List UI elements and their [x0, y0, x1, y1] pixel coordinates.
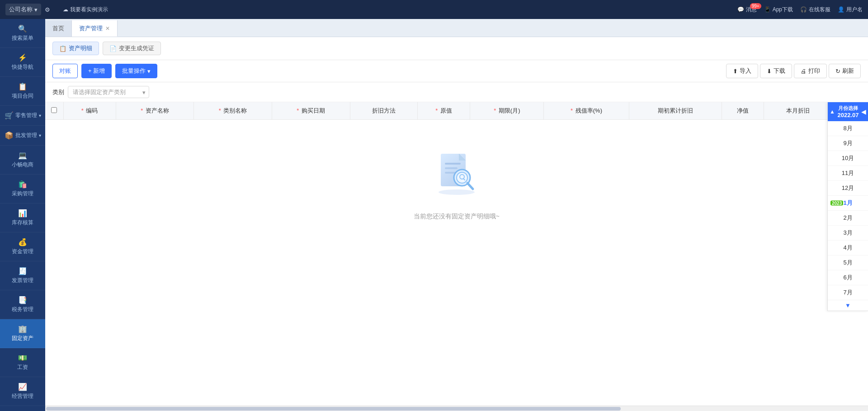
message-badge: 99+	[750, 3, 761, 9]
th-category: * 类别名称	[194, 102, 272, 120]
horizontal-scrollbar[interactable]	[45, 406, 868, 411]
project-icon: 📋	[18, 82, 27, 91]
print-button[interactable]: 🖨 打印	[794, 64, 827, 78]
tab-home[interactable]: 首页	[45, 20, 72, 37]
asset-detail-icon: 📋	[59, 45, 66, 52]
table-header-row: * 编码 * 资产名称 * 类别名称	[45, 102, 868, 120]
th-code: * 编码	[63, 102, 116, 120]
month-item-4[interactable]: 4月	[828, 241, 868, 255]
sidebar-item-retail[interactable]: 🛒 零售管理 ▾	[0, 106, 45, 126]
company-selector[interactable]: 公司名称 ▾	[5, 4, 41, 15]
month-item-5[interactable]: 5月	[828, 255, 868, 270]
month-item-12[interactable]: 12月	[828, 181, 868, 196]
message-button[interactable]: 💬 消息 99+	[737, 6, 757, 14]
add-button[interactable]: + 新增	[81, 64, 112, 78]
month-item-7[interactable]: 7月	[828, 285, 868, 300]
sidebar-item-finance[interactable]: 💰 资金管理	[0, 232, 45, 261]
sidebar-item-label: 发票管理	[12, 277, 33, 284]
sidebar-item-quick-nav[interactable]: ⚡ 快捷导航	[0, 48, 45, 77]
year-badge: 2023	[830, 201, 843, 206]
download-icon: ⬇	[767, 68, 772, 75]
refresh-button[interactable]: ↻ 刷新	[829, 64, 861, 78]
sidebar-item-inventory[interactable]: 📊 库存核算	[0, 203, 45, 232]
month-panel-prev-icon[interactable]: ▲	[830, 109, 835, 115]
th-accumulated: 期初累计折旧	[629, 102, 722, 120]
month-nav-down[interactable]: ▼	[828, 300, 868, 311]
empty-row: 当前您还没有固定资产明细哦~	[45, 120, 868, 248]
batch-button[interactable]: 批量操作 ▾	[115, 64, 157, 78]
sidebar-item-tax[interactable]: 📑 税务管理	[0, 290, 45, 319]
month-panel-header[interactable]: ▲ 月份选择 2022.07 ◀	[828, 102, 868, 121]
action-buttons: ⬆ 导入 ⬇ 下载 🖨 打印 ↻ 刷新	[726, 64, 861, 78]
month-item-9[interactable]: 9月	[828, 136, 868, 151]
category-select-wrapper: 请选择固定资产类别 ▾	[68, 86, 149, 98]
th-period: * 期限(月)	[470, 102, 544, 120]
month-item-10[interactable]: 10月	[828, 151, 868, 166]
sidebar-item-ecommerce[interactable]: 💻 小畅电商	[0, 146, 45, 175]
chevron-down-icon: ▾	[39, 133, 41, 138]
invoice-icon: 🧾	[18, 267, 27, 275]
top-bar: 公司名称 ▾ ⚙ ☁ 我要看实例演示 💬 消息 99+ 📱 App下载 🎧 在线…	[0, 0, 868, 19]
sub-tab-asset-detail[interactable]: 📋 资产明细	[52, 42, 99, 55]
app-download-button[interactable]: 📱 App下载	[764, 6, 793, 14]
svg-rect-4	[445, 167, 458, 169]
tab-bar: 首页 资产管理 ✕	[45, 19, 868, 37]
sidebar-item-label: 固定资产	[12, 335, 33, 342]
sidebar-item-invoice[interactable]: 🧾 发票管理	[0, 261, 45, 290]
sidebar-item-fixed-assets[interactable]: 🏢 固定资产	[0, 319, 45, 348]
demo-link[interactable]: ☁ 我要看实例演示	[63, 6, 108, 14]
select-all-checkbox[interactable]	[51, 107, 57, 113]
tab-close-icon[interactable]: ✕	[105, 25, 110, 32]
month-item-1-2023[interactable]: 2023 1月	[828, 196, 868, 211]
import-icon: ⬆	[733, 68, 738, 75]
month-item-11[interactable]: 11月	[828, 166, 868, 181]
sidebar-item-label: 零售管理	[15, 112, 37, 119]
month-item-2[interactable]: 2月	[828, 211, 868, 226]
wholesale-icon: 📦	[5, 131, 14, 140]
sub-tab-change-voucher[interactable]: 📄 变更生成凭证	[103, 42, 161, 55]
category-select[interactable]: 请选择固定资产类别	[68, 86, 149, 98]
sidebar-item-label: 项目合同	[12, 92, 33, 100]
month-item-8[interactable]: 8月	[828, 121, 868, 136]
month-panel-expand-icon[interactable]: ◀	[861, 108, 866, 115]
settings-icon[interactable]: ⚙	[45, 6, 50, 13]
sidebar-item-operation[interactable]: 📈 经营管理	[0, 377, 45, 406]
sidebar-item-ledger[interactable]: 📒 总账管理	[0, 406, 45, 411]
th-net-value: 净值	[722, 102, 764, 120]
scrollbar-thumb[interactable]	[46, 407, 621, 411]
inventory-icon: 📊	[18, 209, 27, 217]
import-button[interactable]: ⬆ 导入	[726, 64, 758, 78]
main-layout: 🔍 搜索菜单 ⚡ 快捷导航 📋 项目合同 🛒 零售管理 ▾ 📦 批发管理 ▾ 💻…	[0, 19, 868, 411]
sidebar-item-purchase[interactable]: 🛍️ 采购管理	[0, 175, 45, 203]
empty-state: 当前您还没有固定资产明细哦~	[45, 120, 868, 248]
online-service-button[interactable]: 🎧 在线客服	[800, 6, 830, 14]
sidebar-item-project[interactable]: 📋 项目合同	[0, 77, 45, 106]
month-item-6[interactable]: 6月	[828, 270, 868, 285]
tax-icon: 📑	[18, 296, 27, 304]
th-monthly-depreciation: 本月折旧	[764, 102, 832, 120]
dropdown-arrow-icon: ▾	[34, 6, 38, 13]
sidebar-item-wholesale[interactable]: 📦 批发管理 ▾	[0, 126, 45, 146]
month-panel: ▲ 月份选择 2022.07 ◀ 8月 9月 10月	[827, 102, 868, 311]
month-panel-title: 月份选择 2022.07	[837, 105, 859, 118]
sidebar-item-label: 经营管理	[12, 392, 33, 400]
salary-icon: 💵	[18, 354, 27, 362]
download-button[interactable]: ⬇ 下载	[760, 64, 792, 78]
month-item-3[interactable]: 3月	[828, 226, 868, 241]
svg-point-7	[457, 172, 467, 183]
sub-tab-bar: 📋 资产明细 📄 变更生成凭证	[45, 37, 868, 60]
user-avatar[interactable]: 👤 用户名	[838, 6, 863, 14]
avatar: 👤	[838, 6, 844, 13]
table-container: * 编码 * 资产名称 * 类别名称	[45, 102, 868, 406]
headset-icon: 🎧	[800, 6, 807, 13]
sidebar-item-search[interactable]: 🔍 搜索菜单	[0, 19, 45, 48]
sidebar-item-salary[interactable]: 💵 工资	[0, 348, 45, 377]
sidebar: 🔍 搜索菜单 ⚡ 快捷导航 📋 项目合同 🛒 零售管理 ▾ 📦 批发管理 ▾ 💻…	[0, 19, 45, 411]
search-icon: 🔍	[18, 24, 27, 33]
sidebar-item-label: 资金管理	[12, 248, 33, 255]
top-bar-left: 公司名称 ▾ ⚙ ☁ 我要看实例演示	[5, 4, 737, 15]
reconcile-button[interactable]: 对账	[52, 64, 78, 78]
th-checkbox	[45, 102, 63, 120]
svg-point-0	[439, 189, 475, 195]
tab-asset[interactable]: 资产管理 ✕	[72, 20, 118, 37]
